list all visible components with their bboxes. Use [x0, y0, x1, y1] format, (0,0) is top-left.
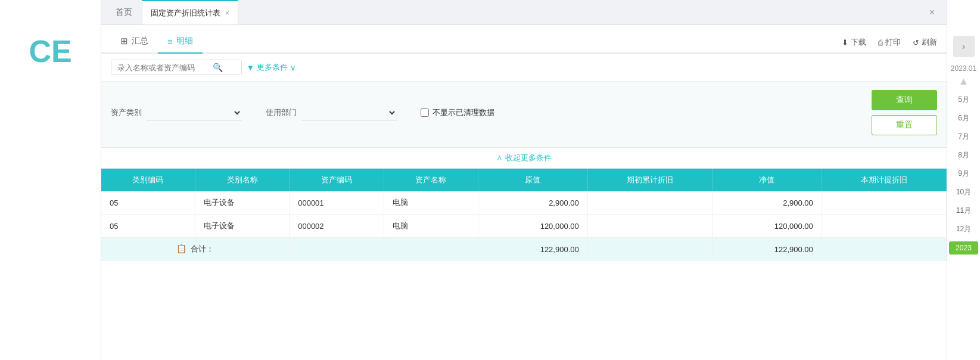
right-sidebar: › 2023.01 ▲ 5月 6月 7月 8月 9月 10月 11月 12月 2… — [947, 0, 980, 360]
download-icon: ⬇ — [842, 38, 848, 47]
home-tab[interactable]: 首页 — [106, 0, 142, 24]
table-area: 类别编码 类别名称 资产编码 资产名称 原值 期初累计折旧 净值 本期计提折旧 … — [101, 169, 947, 360]
search-input-wrap: 🔍 — [111, 60, 242, 75]
more-conditions-button[interactable]: ▼ 更多条件 ∨ — [247, 62, 296, 73]
sum-label: 📋 合计： — [101, 238, 290, 261]
cell-asset-name: 电脑 — [384, 191, 478, 215]
print-icon: ⎙ — [878, 38, 883, 47]
sub-tabs: ⊞ 汇总 ≡ 明细 ⬇ 下载 ⎙ 打印 ↺ 刷新 — [101, 25, 947, 54]
refresh-button[interactable]: ↺ 刷新 — [913, 37, 937, 48]
sidebar-month-12[interactable]: 12月 — [947, 221, 980, 238]
filter-area: 资产类别 使用部门 不显示已清理数据 查询 重置 — [101, 82, 947, 148]
sidebar-month-9[interactable]: 9月 — [947, 165, 980, 182]
chevron-down-icon: ∨ — [290, 63, 296, 72]
scroll-up-icon[interactable]: ▲ — [959, 75, 969, 88]
hide-cleared-filter: 不显示已清理数据 — [421, 107, 494, 118]
tab-summary[interactable]: ⊞ 汇总 — [111, 36, 158, 54]
sidebar-month-11[interactable]: 11月 — [947, 202, 980, 219]
cell-original-value: 120,000.00 — [478, 215, 587, 238]
logo-area: CE — [0, 0, 101, 360]
active-tab-label: 固定资产折旧统计表 — [151, 8, 220, 18]
close-tab-icon[interactable]: × — [225, 9, 229, 17]
filter-actions: 查询 重置 — [872, 90, 937, 135]
search-bar: 🔍 ▼ 更多条件 ∨ — [101, 54, 947, 82]
detail-tab-icon: ≡ — [167, 36, 173, 46]
cell-net-value: 120,000.00 — [712, 215, 822, 238]
tab-detail[interactable]: ≡ 明细 — [158, 36, 203, 54]
sum-current-depreciation — [822, 238, 946, 261]
cell-net-value: 2,900.00 — [712, 191, 822, 215]
sidebar-month-6[interactable]: 6月 — [947, 110, 980, 127]
table-header-row: 类别编码 类别名称 资产编码 资产名称 原值 期初累计折旧 净值 本期计提折旧 — [101, 169, 947, 191]
search-icon[interactable]: 🔍 — [213, 63, 223, 72]
download-label: 下载 — [851, 37, 866, 48]
sum-icon: 📋 — [176, 244, 186, 253]
th-category-name: 类别名称 — [195, 169, 289, 191]
data-table: 类别编码 类别名称 资产编码 资产名称 原值 期初累计折旧 净值 本期计提折旧 … — [101, 169, 947, 261]
filter-icon: ▼ — [247, 63, 254, 72]
hide-cleared-label: 不显示已清理数据 — [433, 107, 494, 118]
sidebar-month-7[interactable]: 7月 — [947, 128, 980, 145]
cell-asset-code: 000002 — [290, 215, 384, 238]
summary-tab-label: 汇总 — [132, 36, 148, 46]
reset-button[interactable]: 重置 — [872, 115, 937, 135]
cell-original-value: 2,900.00 — [478, 191, 587, 215]
cell-accumulated-depreciation — [587, 215, 712, 238]
sum-net-value: 122,900.00 — [712, 238, 822, 261]
hide-cleared-checkbox[interactable] — [421, 108, 429, 117]
asset-category-label: 资产类别 — [111, 107, 142, 118]
th-asset-name: 资产名称 — [384, 169, 478, 191]
asset-category-filter: 资产类别 — [111, 105, 242, 120]
th-category-code: 类别编码 — [101, 169, 195, 191]
table-row: 05 电子设备 000001 电脑 2,900.00 2,900.00 — [101, 191, 947, 215]
print-button[interactable]: ⎙ 打印 — [878, 37, 901, 48]
sum-row: 📋 合计： 122,900.00 122,900.00 — [101, 238, 947, 261]
cell-category-name: 电子设备 — [195, 191, 289, 215]
cell-category-name: 电子设备 — [195, 215, 289, 238]
active-tab[interactable]: 固定资产折旧统计表 × — [142, 0, 238, 24]
sum-text: 合计： — [191, 244, 214, 253]
th-accumulated-depreciation: 期初累计折旧 — [587, 169, 712, 191]
department-filter: 使用部门 — [266, 105, 397, 120]
year-badge[interactable]: 2023 — [949, 241, 979, 255]
sidebar-month-8[interactable]: 8月 — [947, 147, 980, 164]
refresh-icon: ↺ — [913, 38, 919, 47]
sum-accumulated-depreciation — [587, 238, 712, 261]
th-original-value: 原值 — [478, 169, 587, 191]
table-row: 05 电子设备 000002 电脑 120,000.00 120,000.00 — [101, 215, 947, 238]
main-content: 首页 固定资产折旧统计表 × × ⊞ 汇总 ≡ 明细 ⬇ 下载 — [101, 0, 947, 360]
department-select[interactable] — [301, 105, 397, 120]
cell-asset-code: 000001 — [290, 191, 384, 215]
sidebar-month-5[interactable]: 5月 — [947, 91, 980, 108]
tab-actions: ⬇ 下载 ⎙ 打印 ↺ 刷新 — [842, 37, 937, 52]
sidebar-month-10[interactable]: 10月 — [947, 184, 980, 201]
detail-tab-label: 明细 — [176, 36, 193, 46]
th-asset-code: 资产编码 — [290, 169, 384, 191]
th-current-depreciation: 本期计提折旧 — [822, 169, 946, 191]
more-conditions-label: 更多条件 — [257, 62, 288, 73]
cell-accumulated-depreciation — [587, 191, 712, 215]
query-button[interactable]: 查询 — [872, 90, 937, 110]
sidebar-date-label: 2023.01 — [951, 63, 976, 74]
sum-empty-1 — [290, 238, 384, 261]
sidebar-nav-arrow[interactable]: › — [953, 36, 975, 57]
asset-category-select[interactable] — [147, 105, 242, 120]
cell-current-depreciation — [822, 191, 946, 215]
th-net-value: 净值 — [712, 169, 822, 191]
sum-original-value: 122,900.00 — [478, 238, 587, 261]
top-bar: 首页 固定资产折旧统计表 × × — [101, 0, 947, 25]
print-label: 打印 — [885, 37, 901, 48]
cell-current-depreciation — [822, 215, 946, 238]
cell-category-code: 05 — [101, 215, 195, 238]
refresh-label: 刷新 — [922, 37, 937, 48]
logo-text: CE — [29, 36, 71, 67]
sum-empty-2 — [384, 238, 478, 261]
collapse-bar[interactable]: ∧ 收起更多条件 — [101, 148, 947, 169]
summary-tab-icon: ⊞ — [120, 36, 128, 46]
download-button[interactable]: ⬇ 下载 — [842, 37, 866, 48]
department-label: 使用部门 — [266, 107, 297, 118]
close-all-icon[interactable]: × — [922, 7, 942, 18]
cell-asset-name: 电脑 — [384, 215, 478, 238]
content-area: ⊞ 汇总 ≡ 明细 ⬇ 下载 ⎙ 打印 ↺ 刷新 — [101, 25, 947, 360]
search-input[interactable] — [117, 63, 213, 72]
